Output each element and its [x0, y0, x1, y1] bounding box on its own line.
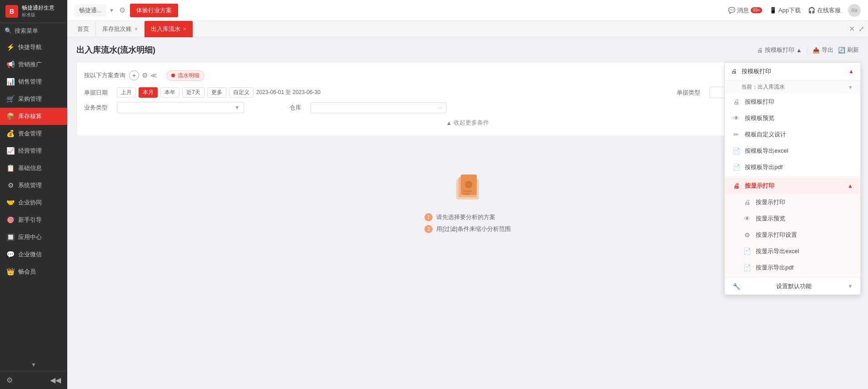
sidebar-search[interactable]: 🔍 搜索菜单 — [0, 23, 67, 39]
dropdown-item-display-settings[interactable]: ⚙ 按显示打印设置 — [725, 227, 860, 243]
user-avatar-button[interactable]: Rit — [848, 4, 861, 17]
date-btn-this-year[interactable]: 本年 — [160, 87, 180, 98]
search-icon: 🔍 — [5, 27, 12, 34]
date-btn-custom[interactable]: 自定义 — [229, 87, 254, 98]
export-label: 导出 — [822, 46, 833, 54]
sidebar-item-finance[interactable]: 💰 资金管理 — [0, 125, 67, 142]
tab-flow[interactable]: 出入库流水 × — [145, 21, 193, 37]
sidebar-item-marketing[interactable]: 📢 营销推广 — [0, 56, 67, 73]
tabbar-expand-button[interactable]: ⤢ — [858, 25, 864, 33]
app-name: 畅捷通好生意 — [22, 5, 55, 12]
sidebar-item-member[interactable]: 👑 畅会员 — [0, 263, 67, 280]
sidebar-nav: ⚡ 快捷导航 📢 营销推广 📊 销售管理 🛒 采购管理 📦 库存核算 💰 资金管… — [0, 39, 67, 359]
display-print-header-label: 按显示打印 — [745, 182, 774, 190]
sidebar-item-inventory[interactable]: 📦 库存核算 — [0, 108, 67, 125]
app-info: 畅捷通好生意 标准版 — [22, 5, 55, 18]
message-button[interactable]: 💬 消息 99+ — [728, 6, 762, 15]
date-btn-last-month[interactable]: 上月 — [117, 87, 136, 98]
basic-icon: 📋 — [6, 164, 15, 172]
template-print-label: 按模板打印 — [745, 98, 774, 106]
date-btn-this-month[interactable]: 本月 — [139, 87, 158, 98]
sidebar-item-system[interactable]: ⚙ 系统管理 — [0, 177, 67, 194]
dropdown-item-display-print[interactable]: 🖨 按显示打印 — [725, 194, 860, 210]
topbar-settings-icon[interactable]: ⚙ — [119, 6, 125, 15]
sidebar-bottom: ⚙ ◀◀ — [0, 371, 67, 389]
sidebar-item-operation[interactable]: 📈 经营管理 — [0, 142, 67, 160]
customer-service-label: 在线客服 — [817, 6, 841, 15]
tab-batch-close[interactable]: × — [135, 26, 138, 32]
sidebar-item-cooperation[interactable]: 🤝 企业协同 — [0, 194, 67, 211]
dropdown-item-display-pdf[interactable]: 📄 按显示导出pdf — [725, 259, 860, 276]
add-filter-button[interactable]: + — [129, 70, 139, 80]
step-2-text: 用[过滤]条件来缩小分析范围 — [436, 225, 510, 233]
warehouse-more-button[interactable]: ··· — [438, 105, 443, 111]
sidebar-item-apps[interactable]: 🔲 应用中心 — [0, 229, 67, 246]
dropdown-item-template-preview[interactable]: 👁 按模板预览 — [725, 110, 860, 126]
display-print-icon: 🖨 — [743, 198, 751, 206]
collapse-sidebar-icon[interactable]: ◀◀ — [50, 376, 61, 384]
tab-batch[interactable]: 库存批次账 × — [96, 21, 145, 37]
display-preview-label: 按显示预览 — [756, 214, 785, 223]
sidebar-item-purchase[interactable]: 🛒 采购管理 — [0, 90, 67, 108]
dropdown-item-template-print[interactable]: 🖨 按模板打印 — [725, 94, 860, 110]
tabbar-close-button[interactable]: ✕ — [849, 25, 855, 33]
tabbar-actions: ✕ ⤢ — [849, 25, 864, 33]
tabbar: 首页 库存批次账 × 出入库流水 × ✕ ⤢ — [67, 21, 868, 37]
divider-2 — [725, 277, 860, 277]
active-filter-tag[interactable]: 流水明细 — [166, 70, 205, 81]
filter-collapse-icon[interactable]: ≪ — [150, 72, 157, 79]
warehouse-select[interactable]: ··· — [310, 102, 447, 113]
dropdown-item-template-pdf[interactable]: 📄 按模板导出pdf — [725, 159, 860, 175]
date-btn-more[interactable]: 更多 — [207, 87, 226, 98]
active-filter-label: 流水明细 — [178, 72, 200, 80]
sidebar-item-basic[interactable]: 📋 基础信息 — [0, 160, 67, 177]
biz-type-arrow: ▼ — [234, 104, 240, 111]
sidebar-item-guide[interactable]: 🎯 新手引导 — [0, 211, 67, 229]
dropdown-item-set-default[interactable]: 🔧 设置默认功能 ▼ — [725, 278, 860, 294]
member-icon: 👑 — [6, 268, 15, 276]
topbar-left: 畅捷通... ▼ ⚙ 体验行业方案 — [75, 4, 178, 17]
date-btn-7days[interactable]: 近7天 — [182, 87, 205, 98]
guide-icon: 🎯 — [6, 216, 15, 224]
print-dropdown-header: 🖨 按模板打印 ▲ — [725, 63, 860, 80]
filter-settings-icon[interactable]: ⚙ — [142, 71, 148, 80]
sidebar-item-sales[interactable]: 📊 销售管理 — [0, 73, 67, 90]
sidebar-item-label: 销售管理 — [18, 78, 42, 86]
dropdown-item-display-preview[interactable]: 👁 按显示预览 — [725, 210, 860, 227]
topbar-user[interactable]: 畅捷通... ▼ — [75, 5, 115, 16]
filter-label: 按以下方案查询 — [84, 71, 125, 80]
sidebar-item-shortcut[interactable]: ⚡ 快捷导航 — [0, 39, 67, 56]
export-button[interactable]: 📤 导出 — [813, 46, 833, 54]
filter-actions: + ⚙ ≪ — [129, 70, 157, 80]
customer-service-button[interactable]: 🎧 在线客服 — [808, 6, 841, 15]
topbar-right: 💬 消息 99+ 📱 App下载 🎧 在线客服 Rit — [728, 4, 861, 17]
set-default-icon: 🔧 — [732, 282, 740, 290]
app-download-button[interactable]: 📱 App下载 — [769, 6, 801, 15]
sidebar-item-label: 库存核算 — [18, 112, 42, 120]
cooperation-icon: 🤝 — [6, 199, 15, 207]
template-custom-label: 模板自定义设计 — [745, 130, 786, 139]
print-dropdown-close-arrow[interactable]: ▲ — [848, 68, 854, 75]
svg-point-3 — [465, 181, 472, 188]
tab-home[interactable]: 首页 — [71, 21, 96, 37]
display-preview-icon: 👁 — [743, 214, 751, 223]
settings-bottom-icon[interactable]: ⚙ — [6, 376, 13, 384]
sidebar-item-wechat[interactable]: 💬 企业微信 — [0, 246, 67, 263]
dropdown-display-print-header[interactable]: 🖨 按显示打印 ▲ — [725, 178, 860, 194]
print-template-button[interactable]: 🖨 按模板打印 ▲ — [757, 46, 802, 54]
trial-button[interactable]: 体验行业方案 — [130, 4, 178, 17]
biz-type-select[interactable]: ▼ — [117, 102, 244, 113]
dropdown-item-template-excel[interactable]: 📄 按模板导出excel — [725, 143, 860, 159]
sidebar-scroll-down[interactable]: ▼ — [0, 359, 67, 371]
dropdown-item-template-custom[interactable]: ✏ 模板自定义设计 — [725, 126, 860, 143]
dropdown-item-display-excel[interactable]: 📄 按显示导出excel — [725, 243, 860, 259]
app-download-label: App下载 — [778, 6, 801, 15]
date-filter-group: 上月 本月 本年 近7天 更多 自定义 2023-06-01 至 2023-06… — [117, 87, 320, 98]
step-1-text: 请先选择要分析的方案 — [436, 213, 495, 221]
wechat-icon: 💬 — [6, 250, 15, 259]
tab-flow-close[interactable]: × — [183, 26, 186, 32]
biz-type-label: 业务类型 — [84, 104, 108, 112]
set-default-label: 设置默认功能 — [776, 282, 812, 290]
shortcut-icon: ⚡ — [6, 43, 15, 51]
refresh-button[interactable]: 🔄 刷新 — [838, 46, 859, 54]
